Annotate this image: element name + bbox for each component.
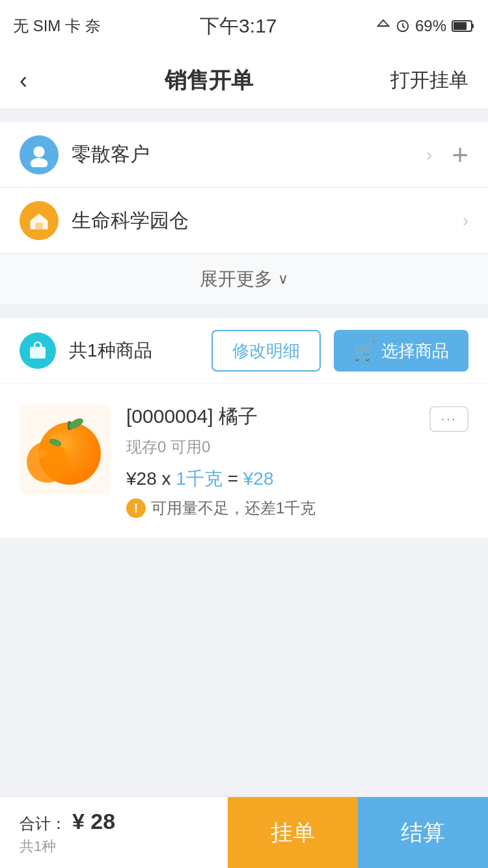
product-warning: ! 可用量不足，还差1千克 [126, 498, 414, 519]
nav-bar: ‹ 销售开单 打开挂单 [0, 52, 488, 109]
product-price: ¥28 x [126, 468, 171, 489]
product-stock: 现存0 可用0 [126, 437, 414, 457]
main-content: 零散客户 › + 生命科学园仓 › 展开更多 ∨ 共1种 [0, 109, 488, 610]
status-right: 69% [376, 17, 475, 35]
location-icon [376, 19, 390, 33]
add-customer-button[interactable]: + [452, 141, 468, 169]
checkout-button[interactable]: 结算 [358, 797, 488, 868]
svg-rect-8 [30, 347, 46, 359]
product-equals: = [228, 468, 243, 489]
product-count-icon [20, 332, 56, 369]
divider-2 [0, 305, 488, 318]
alarm-icon [396, 19, 410, 33]
divider-1 [0, 109, 488, 122]
svg-rect-3 [472, 24, 474, 28]
svg-rect-2 [454, 22, 467, 30]
svg-rect-7 [36, 223, 43, 230]
product-item: [0000004] 橘子 现存0 可用0 ¥28 x 1千克 = ¥28 ! 可… [0, 383, 488, 538]
status-time: 下午3:17 [200, 13, 277, 40]
product-header: 共1种商品 修改明细 🛒 选择商品 [0, 318, 488, 383]
total-label: 合计： [20, 815, 66, 832]
svg-point-14 [27, 441, 68, 483]
customer-row[interactable]: 零散客户 › + [0, 122, 488, 187]
total-count: 共1种 [20, 837, 208, 856]
modify-detail-button[interactable]: 修改明细 [211, 330, 321, 372]
back-button[interactable]: ‹ [20, 67, 27, 94]
warning-icon: ! [126, 498, 146, 518]
warehouse-icon [20, 201, 59, 240]
sim-status: 无 SIM 卡 奈 [13, 16, 101, 36]
total-amount-row: 合计： ¥ 28 [20, 809, 208, 834]
total-value: ¥ 28 [72, 809, 115, 834]
expand-more-label: 展开更多 [200, 267, 273, 292]
customer-chevron-icon: › [426, 144, 432, 165]
expand-chevron-icon: ∨ [278, 271, 288, 288]
total-section: 合计： ¥ 28 共1种 [0, 797, 228, 868]
expand-more-button[interactable]: 展开更多 ∨ [0, 253, 488, 305]
page-title: 销售开单 [165, 66, 253, 96]
warehouse-name: 生命科学园仓 [72, 208, 463, 234]
product-count-text: 共1种商品 [69, 338, 198, 363]
product-qty[interactable]: 1千克 [176, 468, 223, 489]
product-image [20, 403, 111, 495]
warning-text: 可用量不足，还差1千克 [151, 498, 316, 519]
customer-avatar [20, 135, 59, 174]
cart-icon: 🛒 [353, 340, 376, 362]
svg-point-15 [34, 450, 47, 457]
warehouse-chevron-icon: › [463, 210, 468, 231]
svg-point-4 [33, 146, 44, 157]
product-more-button[interactable]: ··· [429, 406, 468, 432]
warehouse-row[interactable]: 生命科学园仓 › [0, 188, 488, 253]
svg-point-5 [31, 157, 48, 167]
status-bar: 无 SIM 卡 奈 下午3:17 69% [0, 0, 488, 52]
status-left: 无 SIM 卡 奈 [13, 16, 101, 36]
battery-percent: 69% [415, 17, 446, 35]
select-product-button[interactable]: 🛒 选择商品 [334, 330, 468, 372]
hang-button[interactable]: 挂单 [228, 797, 358, 868]
open-hang-button[interactable]: 打开挂单 [390, 67, 468, 94]
product-info: [0000004] 橘子 现存0 可用0 ¥28 x 1千克 = ¥28 ! 可… [126, 403, 414, 519]
product-total: ¥28 [243, 468, 274, 489]
product-name: [0000004] 橘子 [126, 403, 414, 430]
battery-icon [452, 19, 475, 33]
bottom-bar: 合计： ¥ 28 共1种 挂单 结算 [0, 796, 488, 868]
product-price-row: ¥28 x 1千克 = ¥28 [126, 467, 414, 491]
customer-name: 零散客户 [72, 141, 426, 168]
